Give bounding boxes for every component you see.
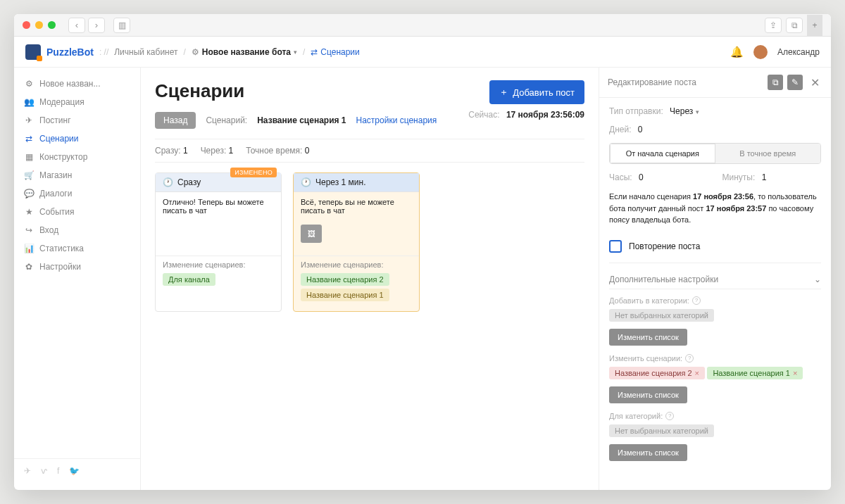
chevron-down-icon[interactable]: ▾: [294, 49, 297, 56]
sidebar-label: Конструктор: [39, 152, 87, 162]
sidebar-icon: 🛒: [24, 170, 34, 180]
sidebar-icon: 👥: [24, 97, 34, 107]
vk-icon[interactable]: ⱱ: [41, 466, 47, 476]
schedule-note: Если начало сценария 17 ноября 23:56, то…: [609, 191, 821, 226]
sidebar-label: События: [39, 207, 75, 217]
twitter-icon[interactable]: 🐦: [69, 466, 80, 476]
toggle-exact-time[interactable]: В точное время: [715, 144, 821, 163]
brand-logo-icon: [25, 44, 41, 60]
tabs-icon[interactable]: ⧉: [786, 18, 803, 33]
nav-back-button[interactable]: ‹: [68, 18, 85, 33]
brand-name[interactable]: PuzzleBot: [46, 46, 94, 58]
post-card-1[interactable]: 🕐Через 1 мин.Всё, теперь вы не можете пи…: [293, 172, 420, 312]
window-controls: [23, 21, 56, 29]
for-categories-label: Для категорий:?: [609, 412, 821, 420]
sidebar-icon: ⚙: [24, 79, 34, 89]
changed-badge: ИЗМЕНЕНО: [230, 168, 277, 177]
sidebar-item-8[interactable]: ↪Вход: [14, 221, 140, 239]
avatar[interactable]: [753, 45, 768, 59]
change-list-button-3[interactable]: Изменить список: [609, 444, 687, 461]
bc-separator: : //: [99, 47, 108, 57]
scenario-tag-1[interactable]: Название сценария 1×: [707, 367, 803, 379]
chevron-down-icon: ⌄: [814, 275, 821, 284]
nav-forward-button[interactable]: ›: [88, 18, 105, 33]
sidebar-icon: ↪: [24, 225, 34, 235]
scenario-name: Название сценария 1: [257, 115, 346, 125]
sidebar-item-3[interactable]: ⇄Сценарии: [14, 130, 140, 148]
sidebar: ⚙Новое назван...👥Модерация✈Постинг⇄Сцена…: [14, 68, 141, 490]
share-icon[interactable]: ⇪: [765, 18, 782, 33]
sidebar-label: Новое назван...: [39, 79, 100, 89]
bot-icon: ⚙: [192, 47, 199, 57]
sidebar-label: Настройки: [39, 262, 81, 272]
card-body: Отлично! Теперь вы можете писать в чат: [156, 192, 281, 256]
sidebar-item-9[interactable]: 📊Статистика: [14, 239, 140, 258]
chevron-down-icon: ▾: [696, 108, 699, 115]
hours-value[interactable]: 0: [639, 172, 644, 182]
remove-tag-icon: ×: [695, 369, 699, 377]
days-value[interactable]: 0: [638, 125, 643, 134]
add-categories-label: Добавить в категории:?: [609, 296, 821, 305]
sidebar-item-4[interactable]: ▦Конструктор: [14, 148, 140, 166]
sidebar-icon: ▦: [24, 152, 34, 162]
toggle-from-start[interactable]: От начала сценария: [610, 144, 715, 163]
new-tab-button[interactable]: +: [807, 15, 822, 36]
card-section-title: Изменение сценариев:: [301, 260, 412, 269]
card-header: 🕐Через 1 мин.: [294, 173, 419, 192]
scenario-tag[interactable]: Название сценария 1: [301, 289, 389, 301]
repeat-checkbox[interactable]: [609, 240, 622, 253]
bc-cabinet[interactable]: Личный кабинет: [114, 47, 177, 57]
scenario-settings-link[interactable]: Настройки сценария: [356, 115, 437, 125]
pin-icon[interactable]: ✎: [787, 75, 803, 90]
sidebar-label: Магазин: [39, 170, 72, 180]
sidebar-item-7[interactable]: ★События: [14, 203, 140, 221]
sidebar-icon: ★: [24, 207, 34, 217]
sidebar-item-5[interactable]: 🛒Магазин: [14, 166, 140, 184]
minutes-value[interactable]: 1: [762, 172, 767, 182]
sidebar-toggle-icon[interactable]: ▥: [113, 18, 130, 33]
breadcrumb-bar: PuzzleBot : // Личный кабинет / ⚙ Новое …: [14, 37, 831, 68]
image-icon[interactable]: 🖼: [301, 225, 322, 243]
send-type-dropdown[interactable]: Через▾: [670, 106, 699, 116]
change-list-button-1[interactable]: Изменить список: [609, 329, 687, 346]
extra-settings-toggle[interactable]: Дополнительные настройки ⌄: [609, 270, 821, 289]
scenario-tag[interactable]: Для канала: [163, 273, 215, 286]
username[interactable]: Александр: [777, 47, 820, 57]
sidebar-icon: 📊: [24, 244, 34, 253]
close-window-icon[interactable]: [23, 21, 30, 29]
facebook-icon[interactable]: f: [57, 466, 59, 476]
post-card-0[interactable]: ИЗМЕНЕНО🕐СразуОтлично! Теперь вы можете …: [155, 172, 282, 312]
sidebar-item-6[interactable]: 💬Диалоги: [14, 184, 140, 203]
change-list-button-2[interactable]: Изменить список: [609, 386, 687, 403]
minimize-window-icon[interactable]: [35, 21, 43, 29]
info-icon: ?: [685, 354, 694, 363]
card-section-title: Изменение сценариев:: [163, 260, 274, 269]
card-body: Всё, теперь вы не можете писать в чат🖼: [294, 192, 419, 256]
plus-icon: ＋: [499, 86, 508, 99]
sidebar-icon: ✿: [24, 262, 34, 272]
sidebar-item-0[interactable]: ⚙Новое назван...: [14, 75, 140, 93]
sidebar-label: Вход: [39, 225, 58, 235]
copy-icon[interactable]: ⧉: [768, 75, 783, 90]
sidebar-item-10[interactable]: ✿Настройки: [14, 258, 140, 276]
now-time: Сейчас: 17 ноября 23:56:09: [468, 110, 584, 120]
change-scenarios-label: Изменить сценарии:?: [609, 354, 821, 363]
scenario-tag-2[interactable]: Название сценария 2×: [609, 367, 705, 379]
scenario-tag[interactable]: Название сценария 2: [301, 273, 389, 286]
empty-categories-tag-2: Нет выбранных категорий: [609, 424, 714, 437]
maximize-window-icon[interactable]: [48, 21, 56, 29]
panel-title: Редактирование поста: [608, 77, 768, 87]
back-button[interactable]: Назад: [155, 112, 196, 129]
telegram-icon[interactable]: ✈: [24, 466, 31, 476]
add-post-button[interactable]: ＋ Добавить пост: [489, 80, 584, 104]
bell-icon[interactable]: 🔔: [730, 46, 744, 58]
sidebar-item-2[interactable]: ✈Постинг: [14, 111, 140, 130]
close-icon[interactable]: ✕: [807, 75, 822, 90]
sidebar-item-1[interactable]: 👥Модерация: [14, 93, 140, 111]
clock-icon: 🕐: [163, 177, 173, 187]
bc-scenarios[interactable]: Сценарии: [320, 47, 359, 57]
bc-bot-name[interactable]: Новое название бота: [202, 47, 291, 57]
scenarios-icon: ⇄: [311, 47, 318, 57]
sidebar-icon: ✈: [24, 115, 34, 125]
info-icon: ?: [665, 412, 674, 420]
